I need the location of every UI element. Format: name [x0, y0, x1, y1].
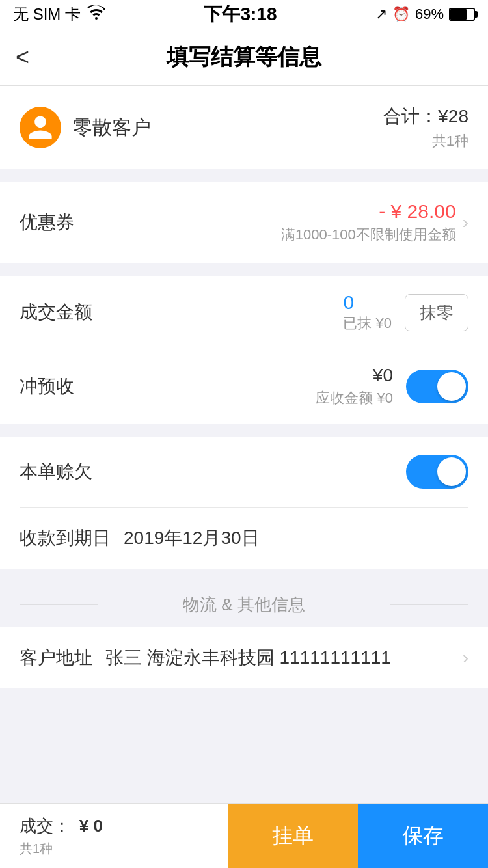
coupon-label: 优惠券	[20, 210, 74, 235]
amount-label: 成交金额	[20, 300, 92, 325]
bottom-summary: 成交： ¥ 0 共1种	[0, 804, 228, 868]
battery-icon	[449, 8, 475, 21]
address-chevron-icon: ›	[463, 647, 468, 668]
prepay-receivable: 应收金额 ¥0	[316, 388, 393, 408]
bottom-deal-row: 成交： ¥ 0	[20, 815, 208, 837]
status-left: 无 SIM 卡	[13, 4, 105, 25]
amount-value: 0	[343, 292, 392, 314]
status-time: 下午3:18	[204, 2, 277, 27]
amount-right: 0 已抹 ¥0 抹零	[343, 292, 468, 333]
address-label: 客户地址	[20, 645, 92, 670]
address-card: 客户地址 张三 海淀永丰科技园 11111111111 ›	[0, 627, 488, 688]
sep-4	[0, 569, 488, 582]
round-button[interactable]: 抹零	[405, 294, 468, 331]
toggle-knob	[437, 372, 466, 401]
customer-info: 零散客户	[20, 107, 151, 148]
sep-3	[0, 424, 488, 437]
prepay-values: ¥0 应收金额 ¥0	[316, 365, 393, 408]
amount-deducted: 已抹 ¥0	[343, 314, 392, 333]
page-title: 填写结算等信息	[167, 42, 321, 72]
chevron-right-icon: ›	[463, 212, 468, 233]
prepay-row: 冲预收 ¥0 应收金额 ¥0	[0, 349, 488, 424]
bottom-count: 共1种	[20, 840, 208, 858]
coupon-row[interactable]: 优惠券 - ¥ 28.00 满1000-100不限制使用金额 ›	[0, 182, 488, 263]
amount-row: 成交金额 0 已抹 ¥0 抹零	[0, 276, 488, 349]
logistics-header: 物流 & 其他信息	[0, 582, 488, 627]
back-button[interactable]: <	[16, 44, 29, 71]
status-right: ↗ ⏰ 69%	[375, 6, 475, 23]
status-bar: 无 SIM 卡 下午3:18 ↗ ⏰ 69%	[0, 0, 488, 29]
credit-label: 本单赊欠	[20, 459, 92, 484]
address-row[interactable]: 客户地址 张三 海淀永丰科技园 11111111111 ›	[0, 627, 488, 688]
total-count: 共1种	[383, 131, 468, 151]
content-spacer	[0, 688, 488, 819]
avatar	[20, 107, 61, 148]
prepay-toggle[interactable]	[406, 370, 468, 403]
customer-card: 零散客户 合计：¥28 共1种	[0, 86, 488, 169]
customer-row: 零散客户 合计：¥28 共1种	[0, 86, 488, 169]
sim-label: 无 SIM 卡	[13, 4, 81, 25]
address-value: 张三 海淀永丰科技园 11111111111	[105, 645, 463, 670]
hold-button[interactable]: 挂单	[228, 804, 358, 868]
prepay-amount: ¥0	[316, 365, 393, 386]
credit-card: 本单赊欠 收款到期日 2019年12月30日	[0, 437, 488, 569]
sep-2	[0, 263, 488, 276]
coupon-discount: - ¥ 28.00	[281, 200, 456, 223]
duedate-row: 收款到期日 2019年12月30日	[0, 508, 488, 569]
bottom-bar: 成交： ¥ 0 共1种 挂单 保存	[0, 803, 488, 868]
amount-values: 0 已抹 ¥0	[343, 292, 392, 333]
save-button[interactable]: 保存	[358, 804, 488, 868]
coupon-description: 满1000-100不限制使用金额	[281, 225, 456, 245]
transaction-card: 成交金额 0 已抹 ¥0 抹零 冲预收 ¥0 应收金额 ¥0	[0, 276, 488, 424]
coupon-right: - ¥ 28.00 满1000-100不限制使用金额 ›	[281, 200, 468, 245]
battery-label: 69%	[415, 6, 444, 23]
prepay-label: 冲预收	[20, 374, 74, 399]
wifi-icon	[87, 5, 105, 23]
location-icon: ↗	[375, 6, 387, 23]
customer-name: 零散客户	[73, 115, 151, 141]
deal-amount: ¥ 0	[79, 816, 103, 835]
duedate-label: 收款到期日	[20, 526, 111, 550]
customer-total: 合计：¥28 共1种	[383, 104, 468, 151]
duedate-value: 2019年12月30日	[124, 526, 260, 550]
prepay-right: ¥0 应收金额 ¥0	[316, 365, 468, 408]
total-amount: 合计：¥28	[383, 104, 468, 129]
deal-label: 成交：	[20, 816, 70, 835]
alarm-icon: ⏰	[392, 6, 410, 23]
nav-bar: < 填写结算等信息	[0, 29, 488, 86]
credit-toggle-knob	[437, 457, 466, 486]
credit-row: 本单赊欠	[0, 437, 488, 507]
sep-1	[0, 169, 488, 182]
credit-toggle[interactable]	[406, 455, 468, 489]
coupon-info: - ¥ 28.00 满1000-100不限制使用金额	[281, 200, 456, 245]
logistics-title: 物流 & 其他信息	[183, 593, 305, 616]
coupon-card: 优惠券 - ¥ 28.00 满1000-100不限制使用金额 ›	[0, 182, 488, 263]
